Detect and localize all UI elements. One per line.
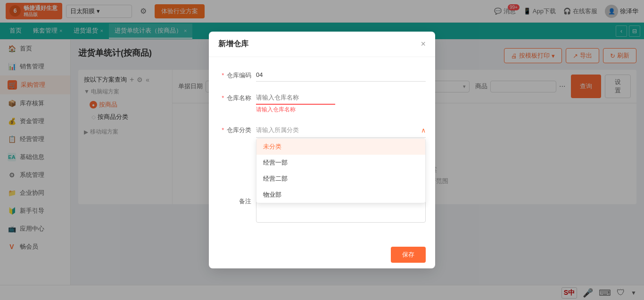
category-arrow-icon[interactable]: ∧ — [421, 126, 426, 134]
dropdown-item-property[interactable]: 物业部 — [256, 187, 425, 203]
warehouse-name-error: 请输入仓库名称 — [256, 106, 335, 114]
warehouse-name-wrap: 请输入仓库名称 — [256, 91, 335, 114]
modal-header: 新增仓库 × — [209, 32, 435, 57]
dropdown-item-dept1[interactable]: 经营一部 — [256, 155, 425, 171]
modal-close-button[interactable]: × — [421, 39, 426, 49]
required-star-name: * — [222, 94, 224, 101]
warehouse-code-label: * 仓库编码 — [218, 68, 256, 80]
required-star-code: * — [222, 72, 224, 79]
warehouse-category-wrap: 请输入所属分类 ∧ 未分类 经营一部 经营二部 — [256, 123, 426, 138]
warehouse-code-item: * 仓库编码 — [218, 68, 426, 82]
warehouse-code-wrap — [256, 68, 426, 82]
warehouse-name-item: * 仓库名称 请输入仓库名称 — [218, 91, 426, 114]
remark-label: 备注 — [218, 194, 256, 206]
warehouse-category-select[interactable]: 请输入所属分类 ∧ — [256, 123, 426, 138]
new-warehouse-modal: 新增仓库 × * 仓库编码 * 仓库名称 — [209, 32, 435, 268]
warehouse-name-label: * 仓库名称 — [218, 91, 256, 102]
warehouse-category-label: * 仓库分类 — [218, 123, 256, 134]
required-star-cat: * — [222, 126, 224, 133]
warehouse-name-input[interactable] — [256, 91, 335, 105]
dropdown-item-dept2[interactable]: 经营二部 — [256, 171, 425, 187]
save-button[interactable]: 保存 — [391, 247, 426, 263]
warehouse-category-item: * 仓库分类 请输入所属分类 ∧ 未分类 经营一部 — [218, 123, 426, 138]
warehouse-code-input[interactable] — [256, 68, 426, 82]
category-placeholder: 请输入所属分类 — [256, 126, 299, 134]
modal-overlay: 新增仓库 × * 仓库编码 * 仓库名称 — [0, 0, 644, 300]
category-dropdown: 未分类 经营一部 经营二部 物业部 — [256, 138, 426, 203]
dropdown-item-unclassified[interactable]: 未分类 — [256, 139, 425, 155]
modal-footer: 保存 — [209, 241, 435, 268]
modal-title: 新增仓库 — [218, 39, 248, 49]
modal-body: * 仓库编码 * 仓库名称 请输入仓库名称 — [209, 57, 435, 241]
